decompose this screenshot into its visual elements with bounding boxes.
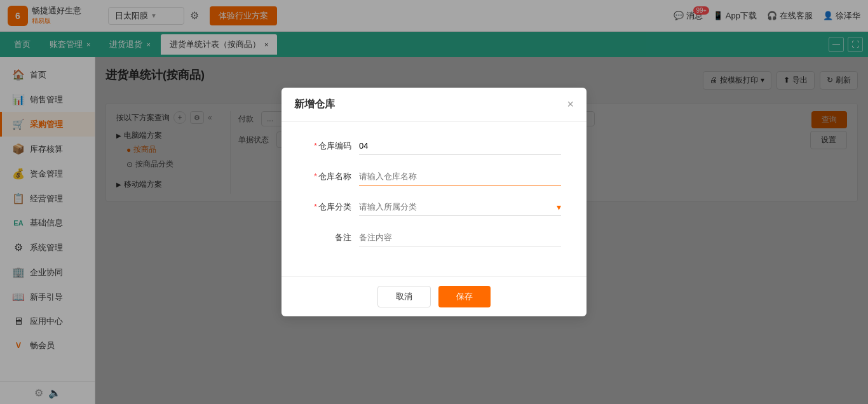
dialog-header: 新增仓库 × — [281, 88, 587, 122]
name-label: *仓库名称 — [307, 171, 351, 182]
category-label: *仓库分类 — [307, 201, 351, 213]
code-input[interactable] — [359, 137, 561, 154]
code-label: *仓库编码 — [307, 140, 351, 152]
name-input[interactable] — [359, 168, 561, 185]
cancel-button[interactable]: 取消 — [377, 286, 431, 307]
remark-input[interactable] — [359, 229, 561, 246]
remark-label: 备注 — [307, 232, 351, 243]
modal-overlay: 新增仓库 × *仓库编码 *仓库名称 — [0, 0, 868, 404]
dialog-footer: 取消 保存 — [281, 276, 587, 316]
new-warehouse-dialog: 新增仓库 × *仓库编码 *仓库名称 — [281, 88, 587, 316]
save-button[interactable]: 保存 — [438, 286, 491, 307]
category-input[interactable] — [359, 202, 561, 212]
dialog-title: 新增仓库 — [294, 98, 335, 111]
dialog-close-button[interactable]: × — [567, 98, 574, 111]
form-row-remark: 备注 — [307, 229, 561, 246]
name-input-wrapper — [359, 168, 561, 185]
form-row-name: *仓库名称 — [307, 168, 561, 185]
category-select-wrapper: ▾ — [359, 198, 561, 216]
form-row-category: *仓库分类 ▾ — [307, 198, 561, 216]
form-row-code: *仓库编码 — [307, 137, 561, 155]
dialog-body: *仓库编码 *仓库名称 *仓库分类 — [281, 122, 587, 276]
